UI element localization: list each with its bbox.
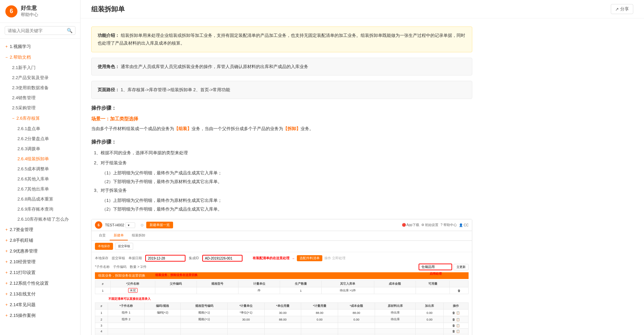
mock-form-area: 本地保存 提交审核 单据日期 集成ID 有装配清单的在这里处理 → 选配件料清单… [92,252,472,335]
mock-tab-assembly[interactable]: 组装拆卸 [128,231,149,240]
mock-right-icons: 🔴 App下载 ⚙ 初始设置 ? 帮助中心 👤 CC [402,223,469,227]
mock-tab-new[interactable]: 新建单 [110,231,128,240]
sidebar-item-28[interactable]: + 2.8手机旺铺 [0,235,80,246]
search-icon[interactable]: 🔍 [67,28,72,33]
sidebar-item-215[interactable]: + 2.15操作案例 [0,310,80,321]
sidebar-item-266[interactable]: 2.6.6其他入库单 [0,174,80,184]
plus-icon-210: + [5,260,8,264]
search-area: 🔍 [0,23,80,39]
mock-parent-table: # *父件名称 父件编码 规格型号 计量单位 生产数量 其它入库单 成本金额 可… [95,280,469,294]
mock-form-row2: *子件名称 子件编码 数量 > 1/件 立更新 [95,264,469,270]
sidebar-item-27[interactable]: + 2.7资金管理 [0,224,80,235]
topbar: 组装拆卸单 ↗ 分享 [80,0,644,18]
sidebar-item-data[interactable]: 2.3使用前数据准备 [0,83,80,93]
mock-confirm-btn[interactable]: 立更新 [453,264,469,270]
step3-sub1: （1）上部明细为父件明细，最终作为原材料生成其它出库单； [94,196,472,205]
logo-area: 6 好生意 帮助中心 [0,0,80,23]
step2: 2、对于组装业务 [94,159,472,167]
expand-icon: + [5,44,8,49]
path-block: 页面路径： 1、库存核算->库存管理->组装拆卸单 2、首页->常用功能 [91,81,472,99]
content-area: 功能介绍： 组装拆卸单用来处理企业组装或拆卸等加工业务，支持有固定装配清单的产品… [80,18,483,335]
sidebar-item-213[interactable]: + 2.13在线支付 [0,289,80,299]
mock-tabs: 自贡 新建单 组装拆卸 [92,231,472,241]
mock-app-id: TEST-H002 [105,223,124,227]
mock-app-header: 6 TEST-H002 ▾ ⊙ 新建单据一览 🔴 App下载 ⚙ 初始设置 ? … [92,219,472,231]
nav-tree: + 1.视频学习 − 2.帮助文档 2.1新手入门 2.2产品安装及登录 2.3… [0,39,80,335]
mock-id-input[interactable] [202,255,243,262]
sidebar-item-sales[interactable]: 2.4销售管理 [0,93,80,103]
share-button[interactable]: ↗ 分享 [611,4,633,14]
sidebar-item-265[interactable]: 2.6.5成本调整单 [0,164,80,174]
sidebar-item-install[interactable]: 2.2产品安装及登录 [0,73,80,83]
sidebar-item-262[interactable]: 2.6.2分量盘点单 [0,134,80,144]
sidebar-item-261[interactable]: 2.6.1盘点单 [0,124,80,134]
mock-warehouse-input[interactable] [419,264,452,270]
path-label: 页面路径： [98,87,119,92]
sidebar-item-214[interactable]: + 2.14常见问题 [0,299,80,310]
mock-select-bom-btn[interactable]: 选配件料清单 [297,255,322,261]
role-text: 通常由生产人员或库管人员完成拆装业务的操作，库管人员确认原材料的出库和产成品的入… [121,64,308,69]
sidebar-item-212[interactable]: + 2.12系统个性化设置 [0,278,80,289]
sidebar-item-new[interactable]: 2.1新手入门 [0,63,80,73]
mock-form-row1: 本地保存 提交审核 单据日期 集成ID 有装配清单的在这里处理 → 选配件料清单… [95,255,469,262]
sidebar-item-29[interactable]: + 2.9优惠券管理 [0,246,80,257]
sidebar-item-267[interactable]: 2.6.7其他出库单 [0,184,80,194]
mock-new-btn[interactable]: 新建单据一览 [146,222,173,228]
sidebar-item-269[interactable]: 2.6.9库存账本查询 [0,204,80,214]
table-row: 2 组件 2 规格(+1) 30.00 88.00 0.00 0.00 待出库 … [95,316,469,323]
plus-icon-29: + [5,249,8,254]
logo-icon: 6 [5,5,17,17]
feature-intro-label: 功能介绍： [98,33,119,38]
steps-list: 1、根据不同的业务，选择不同单据的类型来处理 2、对于组装业务 （1）上部明细为… [91,149,472,214]
sidebar-item-210[interactable]: + 2.10经营管理 [0,257,80,267]
mock-date-input[interactable] [145,255,185,262]
sidebar-item-268[interactable]: 2.6.8商品成本重算 [0,194,80,204]
plus-icon-212: + [5,281,8,286]
ops-steps-title: 操作步骤： [91,105,472,111]
mock-tab-home[interactable]: 自贡 [95,231,110,240]
mock-child-table: # *子件名称 编码/规格 规格型号编码 *计量单位 *单位用量 *计量用量 *… [95,302,469,335]
scenario1-desc: 当由多个子件材料组装成一个成品的业务为【组装】业务，当由一个父件拆分成多个子产品… [91,125,472,133]
sidebar-item-2610[interactable]: 2.6.10库存账本错了怎么办 [0,214,80,224]
ops-steps-label: 操作步骤： [91,139,472,145]
search-input[interactable] [8,28,67,33]
mock-submit-btn[interactable]: 提交审核 [115,243,133,250]
sidebar-item-inventory[interactable]: − 2.6库存核算 [0,113,80,124]
sidebar-item-purchase[interactable]: 2.5采购管理 [0,103,80,113]
main-content: 组装拆卸单 ↗ 分享 功能介绍： 组装拆卸单用来处理企业组装或拆卸等加工业务，支… [80,0,644,335]
fill-annotation: 不固定清单可以直接在这里录入 [108,297,151,300]
orange-annotation-label: 有装配清单的在这里处理 [253,256,289,261]
plus-icon-213: + [5,292,8,296]
mock-app-logo: 6 [95,221,102,229]
plus-icon-211: + [5,270,8,275]
mock-app: 6 TEST-H002 ▾ ⊙ 新建单据一览 🔴 App下载 ⚙ 初始设置 ? … [92,219,472,335]
step2-sub1: （1）上部明细为父件明细，最终作为产成品生成其它入库单； [94,169,472,177]
sidebar-item-video[interactable]: + 1.视频学习 [0,41,80,52]
sidebar: 6 好生意 帮助中心 🔍 + 1.视频学习 − 2.帮助文档 2.1新手入门 2… [0,0,80,335]
inventory-expand-icon: − [12,116,14,121]
path-text: 1、库存核算->库存管理->组装拆卸单 2、首页->常用功能 [121,87,230,92]
sidebar-item-263[interactable]: 2.6.3调拨单 [0,144,80,154]
mock-toolbar: 本地保存 提交审核 [92,241,472,252]
collapse-icon: − [5,55,8,60]
table-row: 1 组件 1 编码(+2) 规格(+1) *单位(+1) 30.00 88.00… [95,310,469,316]
plus-icon-214: + [5,302,8,307]
table-row: 1 米尼 件 1 待出库 >1件 🗑 [95,287,469,294]
logo-subtitle: 帮助中心 [21,12,38,18]
sidebar-item-264[interactable]: 2.6.4组装拆卸单 [0,154,80,164]
enable-annotation: 启用处理 [430,272,442,276]
logo-name: 好生意 [21,5,38,12]
step3: 3、对于拆装业务 [94,186,472,195]
mock-dropdown[interactable]: ▾ [125,222,135,228]
step1: 1、根据不同的业务，选择不同单据的类型来处理 [94,149,472,157]
mock-save-btn[interactable]: 本地保存 [95,243,113,250]
switch-annotation: 组装业务、拆卸业务在这里切换 [155,273,198,277]
table-row: 4 🗑 📋 [95,329,469,334]
role-block: 使用角色： 通常由生产人员或库管人员完成拆装业务的操作，库管人员确认原材料的出库… [91,58,472,75]
sidebar-item-211[interactable]: + 2.11打印设置 [0,267,80,278]
page-title: 组装拆卸单 [91,5,125,14]
plus-icon-27: + [5,227,8,232]
sidebar-item-docs[interactable]: − 2.帮助文档 [0,52,80,63]
mock-section-divider: 组装业务，拆卸业务在这里切换 [95,272,469,279]
search-box[interactable]: 🔍 [5,26,75,35]
